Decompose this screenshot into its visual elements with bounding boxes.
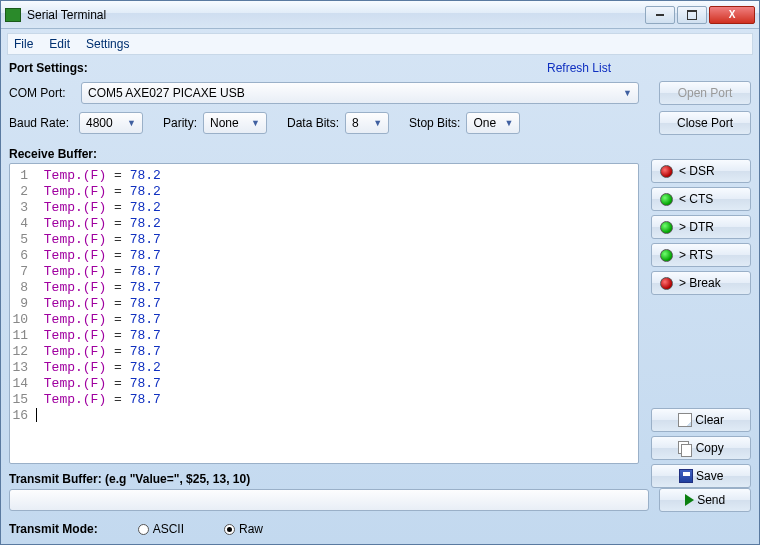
- document-icon: [678, 413, 692, 427]
- cts-status[interactable]: < CTS: [651, 187, 751, 211]
- buffer-line: 11 Temp.(F) = 78.7: [12, 328, 636, 344]
- led-red-icon: [660, 277, 673, 290]
- buffer-line: 6 Temp.(F) = 78.7: [12, 248, 636, 264]
- databits-label: Data Bits:: [287, 116, 339, 130]
- menubar: File Edit Settings: [7, 33, 753, 55]
- databits-select[interactable]: 8▼: [345, 112, 389, 134]
- copy-button[interactable]: Copy: [651, 436, 751, 460]
- menu-edit[interactable]: Edit: [49, 37, 70, 51]
- com-port-select[interactable]: COM5 AXE027 PICAXE USB ▼: [81, 82, 639, 104]
- titlebar[interactable]: Serial Terminal X: [1, 1, 759, 29]
- buffer-line: 8 Temp.(F) = 78.7: [12, 280, 636, 296]
- receive-buffer-heading: Receive Buffer:: [9, 147, 639, 161]
- led-green-icon: [660, 221, 673, 234]
- save-icon: [679, 469, 693, 483]
- menu-file[interactable]: File: [14, 37, 33, 51]
- send-button[interactable]: Send: [659, 488, 751, 512]
- copy-icon: [678, 441, 692, 455]
- buffer-line: 1 Temp.(F) = 78.2: [12, 168, 636, 184]
- dsr-status[interactable]: < DSR: [651, 159, 751, 183]
- window-title: Serial Terminal: [27, 8, 645, 22]
- minimize-button[interactable]: [645, 6, 675, 24]
- buffer-line: 12 Temp.(F) = 78.7: [12, 344, 636, 360]
- parity-select[interactable]: None▼: [203, 112, 267, 134]
- parity-label: Parity:: [163, 116, 197, 130]
- radio-icon: [138, 524, 149, 535]
- radio-icon: [224, 524, 235, 535]
- play-icon: [685, 494, 694, 506]
- dtr-status[interactable]: > DTR: [651, 215, 751, 239]
- save-button[interactable]: Save: [651, 464, 751, 488]
- buffer-line: 9 Temp.(F) = 78.7: [12, 296, 636, 312]
- com-port-label: COM Port:: [9, 86, 73, 100]
- baud-rate-select[interactable]: 4800▼: [79, 112, 143, 134]
- chevron-down-icon: ▼: [251, 118, 260, 128]
- close-port-button[interactable]: Close Port: [659, 111, 751, 135]
- buffer-line: 14 Temp.(F) = 78.7: [12, 376, 636, 392]
- refresh-list-link[interactable]: Refresh List: [547, 61, 611, 75]
- maximize-button[interactable]: [677, 6, 707, 24]
- break-status[interactable]: > Break: [651, 271, 751, 295]
- raw-radio[interactable]: Raw: [224, 522, 263, 536]
- ascii-radio[interactable]: ASCII: [138, 522, 184, 536]
- com-port-value: COM5 AXE027 PICAXE USB: [88, 86, 245, 100]
- close-button[interactable]: X: [709, 6, 755, 24]
- port-settings-heading: Port Settings:: [9, 61, 88, 75]
- transmit-buffer-heading: Transmit Buffer: (e.g "Value=", $25, 13,…: [9, 472, 639, 486]
- led-red-icon: [660, 165, 673, 178]
- chevron-down-icon: ▼: [504, 118, 513, 128]
- buffer-line: 3 Temp.(F) = 78.2: [12, 200, 636, 216]
- buffer-line: 2 Temp.(F) = 78.2: [12, 184, 636, 200]
- transmit-mode-label: Transmit Mode:: [9, 522, 98, 536]
- baud-rate-label: Baud Rate:: [9, 116, 73, 130]
- menu-settings[interactable]: Settings: [86, 37, 129, 51]
- clear-button[interactable]: Clear: [651, 408, 751, 432]
- chevron-down-icon: ▼: [623, 88, 632, 98]
- buffer-line: 5 Temp.(F) = 78.7: [12, 232, 636, 248]
- chevron-down-icon: ▼: [127, 118, 136, 128]
- open-port-button[interactable]: Open Port: [659, 81, 751, 105]
- stopbits-select[interactable]: One▼: [466, 112, 520, 134]
- app-window: Serial Terminal X File Edit Settings Por…: [0, 0, 760, 545]
- buffer-line: 13 Temp.(F) = 78.2: [12, 360, 636, 376]
- app-icon: [5, 8, 21, 22]
- buffer-line: 7 Temp.(F) = 78.7: [12, 264, 636, 280]
- receive-buffer[interactable]: 1 Temp.(F) = 78.22 Temp.(F) = 78.23 Temp…: [9, 163, 639, 464]
- buffer-line: 15 Temp.(F) = 78.7: [12, 392, 636, 408]
- rts-status[interactable]: > RTS: [651, 243, 751, 267]
- led-green-icon: [660, 193, 673, 206]
- stopbits-label: Stop Bits:: [409, 116, 460, 130]
- chevron-down-icon: ▼: [373, 118, 382, 128]
- transmit-input[interactable]: [9, 489, 649, 511]
- led-green-icon: [660, 249, 673, 262]
- buffer-line: 4 Temp.(F) = 78.2: [12, 216, 636, 232]
- buffer-line: 10 Temp.(F) = 78.7: [12, 312, 636, 328]
